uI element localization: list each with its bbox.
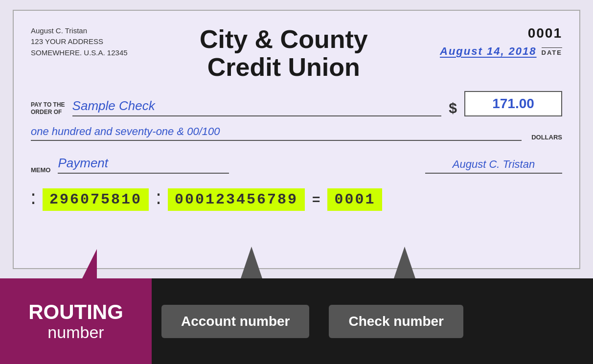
payer-info: August C. Tristan 123 YOUR ADDRESS SOMEW… (31, 25, 128, 59)
check-arrow (394, 247, 415, 278)
payer-address2: SOMEWHERE. U.S.A. 12345 (31, 47, 128, 59)
routing-number-highlight: 296075810 (43, 188, 149, 211)
dollars-label: DOLLARS (531, 134, 562, 141)
routing-arrow (82, 249, 97, 278)
check-number: 0001 August 14, 2018 DATE (440, 25, 562, 58)
payer-address1: 123 YOUR ADDRESS (31, 36, 128, 47)
micr-close1: ⁚ (156, 191, 160, 207)
amount-words: one hundred and seventy-one & 00/100 (31, 125, 522, 141)
bank-name-line2: Credit Union (128, 53, 440, 81)
micr-row: ⁚ 296075810 ⁚ 000123456789 = 0001 (31, 188, 562, 211)
micr-equals: = (312, 192, 320, 207)
words-row: one hundred and seventy-one & 00/100 DOL… (31, 125, 562, 141)
account-label-box: Account number (161, 305, 309, 338)
bank-name-line1: City & County (128, 25, 440, 53)
date-value: August 14, 2018 (440, 45, 537, 58)
payer-name: August C. Tristan (31, 25, 128, 37)
check-number-value: 0001 (528, 25, 562, 41)
account-number-highlight: 000123456789 (168, 188, 305, 211)
routing-label-bottom: number (47, 323, 104, 341)
payee: Sample Check (72, 98, 442, 116)
memo-row: MEMO Payment August C. Tristan (31, 156, 562, 174)
amount-box: 171.00 (464, 91, 562, 116)
bank-name: City & County Credit Union (128, 25, 440, 81)
bottom-bar: ROUTING number Account number Check numb… (0, 278, 593, 364)
check-label-box: Check number (329, 305, 463, 338)
date-row: August 14, 2018 DATE (440, 45, 562, 58)
routing-box: ROUTING number (0, 278, 152, 364)
routing-label-top: ROUTING (28, 301, 123, 323)
memo-label: MEMO (31, 166, 50, 174)
account-arrow (241, 247, 262, 278)
pay-label: PAY TO THEORDER OF (31, 101, 65, 116)
micr-open1: ⁚ (31, 191, 35, 207)
dollar-sign: $ (449, 100, 457, 116)
signature: August C. Tristan (425, 158, 562, 174)
check: August C. Tristan 123 YOUR ADDRESS SOMEW… (13, 10, 580, 269)
check-header: August C. Tristan 123 YOUR ADDRESS SOMEW… (31, 25, 562, 81)
date-label: DATE (542, 47, 562, 56)
pay-row: PAY TO THEORDER OF Sample Check $ 171.00 (31, 91, 562, 116)
memo-value: Payment (58, 156, 229, 174)
signature-area: August C. Tristan (236, 158, 562, 174)
check-area: August C. Tristan 123 YOUR ADDRESS SOMEW… (0, 0, 593, 278)
check-number-highlight: 0001 (327, 188, 382, 211)
